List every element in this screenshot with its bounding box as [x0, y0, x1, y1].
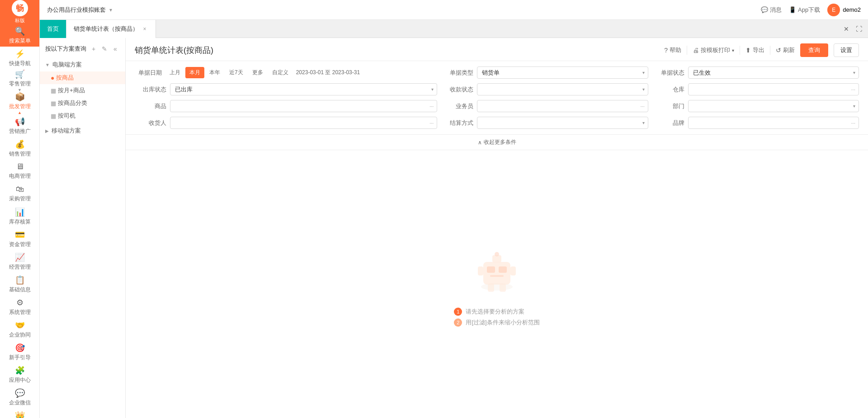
date-range-display: 2023-03-01 至 2023-03-31 [296, 69, 360, 76]
settlement-input[interactable] [477, 117, 648, 129]
sidebar-item-inventory[interactable]: 📊 库存核算 [0, 205, 39, 228]
payment-status-label: 收款状态 [446, 86, 473, 94]
warehouse-select-wrap: ··· [688, 83, 859, 95]
warehouse-input[interactable] [688, 83, 859, 95]
sidebar-item-marketing[interactable]: 📢 营销推广 [0, 114, 39, 137]
stock-status-select-wrap: ▾ [170, 83, 437, 95]
brand-input[interactable] [688, 117, 859, 129]
tree-item-by-driver-label: 按司机 [58, 112, 75, 120]
left-panel-title: 按以下方案查询 [45, 45, 86, 53]
tree-item-by-goods[interactable]: ● 按商品 [40, 71, 125, 84]
print-button[interactable]: 🖨 按模板打印 ▾ [693, 46, 734, 54]
app-logo[interactable]: 畅 标版 [0, 0, 39, 24]
goods-label: 商品 [135, 102, 166, 110]
sidebar-item-appstore[interactable]: 🧩 应用中心 [0, 363, 39, 386]
tab-sales-stats[interactable]: 销货单统计表（按商品） × [66, 20, 156, 38]
basic-icon: 📋 [15, 275, 25, 285]
divider1 [687, 46, 687, 55]
sidebar-item-retail-label: 零售管理 [9, 80, 31, 88]
tree-item-by-category[interactable]: ▦ 按商品分类 [40, 97, 125, 109]
settings-button[interactable]: 设置 [834, 43, 859, 57]
collapse-panel-button[interactable]: « [111, 44, 120, 53]
svg-rect-6 [510, 266, 516, 276]
bill-type-select-wrap: ▾ [477, 66, 648, 79]
empty-svg [470, 242, 524, 296]
tree-item-by-goods-label: 按商品 [56, 74, 74, 82]
salesperson-input[interactable] [477, 100, 648, 112]
date-tab-this-year[interactable]: 本年 [205, 67, 224, 78]
tree-section: ▼ 电脑端方案 ● 按商品 ▦ 按月+商品 ▦ 按商品分类 ▦ 按司 [40, 58, 125, 138]
sidebar-item-ecommerce[interactable]: 🖥 电商管理 [0, 160, 39, 182]
sidebar-item-finance[interactable]: 💳 资金管理 [0, 228, 39, 250]
date-tab-custom[interactable]: 自定义 [268, 67, 292, 78]
sidebar-item-search[interactable]: 🔍 搜索菜单 [0, 24, 39, 47]
sidebar-item-retail[interactable]: 🛒 零售管理 ▼ [0, 69, 39, 92]
tree-section-mobile[interactable]: ▶ 移动端方案 [40, 124, 125, 138]
app-download-button[interactable]: 📱 App下载 [789, 6, 820, 14]
ecommerce-icon: 🖥 [16, 162, 24, 171]
settlement-label: 结算方式 [446, 119, 473, 127]
download-icon: 📱 [789, 6, 796, 13]
page-header: 销货单统计表(按商品) ? 帮助 🖨 按模板打印 ▾ ⬆ [126, 38, 868, 61]
receiver-select-wrap: ··· [170, 117, 437, 129]
sidebar-item-member[interactable]: 👑 畅会员 [0, 408, 39, 418]
department-input[interactable] [688, 100, 859, 112]
filter-field-settlement: 结算方式 ▾ [446, 117, 648, 129]
tab-close-button[interactable]: × [141, 25, 148, 33]
edit-scheme-button[interactable]: ✎ [100, 44, 109, 53]
stock-status-label: 出库状态 [135, 86, 166, 94]
filter-field-payment-status: 收款状态 ▾ [446, 83, 648, 95]
help-button[interactable]: ? 帮助 [664, 46, 681, 54]
goods-select-wrap: ··· [170, 100, 437, 112]
query-button[interactable]: 查询 [800, 43, 828, 57]
goods-input[interactable] [170, 100, 437, 112]
sidebar-item-quick[interactable]: ⚡ 快捷导航 [0, 47, 39, 69]
sidebar-item-purchase[interactable]: 🛍 采购管理 [0, 182, 39, 205]
sidebar-item-basic[interactable]: 📋 基础信息 [0, 273, 39, 295]
sidebar-item-operations[interactable]: 📈 经营管理 [0, 250, 39, 273]
topbar-dropdown-icon[interactable]: ▾ [109, 7, 112, 13]
enterprise-icon: 🤝 [15, 320, 25, 330]
sidebar-item-system-label: 系统管理 [9, 309, 31, 316]
tabs-actions: ✕ ⛶ [841, 24, 868, 34]
tree-item-by-driver[interactable]: ▦ 按司机 [40, 109, 125, 122]
refresh-button[interactable]: ↺ 刷新 [776, 46, 795, 54]
content: 按以下方案查询 + ✎ « ▼ 电脑端方案 ● 按商品 ▦ [40, 38, 868, 418]
bill-status-input[interactable] [688, 66, 859, 79]
filter-field-salesperson: 业务员 ··· [446, 100, 648, 112]
sidebar-item-sales[interactable]: 💰 销售管理 [0, 137, 39, 160]
tab-close-window-button[interactable]: ✕ [841, 24, 852, 34]
left-panel: 按以下方案查询 + ✎ « ▼ 电脑端方案 ● 按商品 ▦ [40, 38, 126, 418]
help-label: 帮助 [670, 46, 681, 54]
receiver-input[interactable] [170, 117, 437, 129]
svg-rect-10 [500, 284, 506, 292]
sidebar-item-guide[interactable]: 🎯 新手引导 [0, 341, 39, 363]
bill-type-input[interactable] [477, 66, 648, 79]
message-button[interactable]: 💬 消息 [761, 6, 782, 14]
svg-rect-9 [488, 284, 494, 292]
warehouse-dots-icon: ··· [851, 87, 855, 92]
collapse-bar[interactable]: ∧ 收起更多条件 [126, 135, 868, 150]
date-tab-7days[interactable]: 近7天 [225, 67, 247, 78]
date-tab-last-month[interactable]: 上月 [165, 67, 184, 78]
sidebar-item-enterprise[interactable]: 🤝 企业协同 [0, 318, 39, 341]
user-profile[interactable]: E demo2 [827, 4, 861, 16]
date-tab-this-month[interactable]: 本月 [185, 67, 204, 78]
tab-maximize-button[interactable]: ⛶ [854, 24, 864, 34]
date-tab-more[interactable]: 更多 [248, 67, 267, 78]
sidebar-item-system[interactable]: ⚙ 系统管理 [0, 295, 39, 318]
tab-home[interactable]: 首页 [40, 20, 66, 38]
payment-status-input[interactable] [477, 83, 648, 95]
export-button[interactable]: ⬆ 导出 [745, 46, 764, 54]
quick-icon: ⚡ [15, 49, 25, 59]
sidebar-item-wechat[interactable]: 💬 企业微信 [0, 386, 39, 408]
sidebar-item-wholesale[interactable]: 📦 批发管理 ▲ [0, 92, 39, 114]
filter-field-brand: 品牌 ··· [657, 117, 859, 129]
tree-item-by-month-goods[interactable]: ▦ 按月+商品 [40, 84, 125, 97]
tree-section-desktop[interactable]: ▼ 电脑端方案 [40, 58, 125, 71]
add-scheme-button[interactable]: + [89, 44, 98, 53]
sidebar-item-finance-label: 资金管理 [9, 241, 31, 248]
stock-status-input[interactable] [170, 83, 437, 95]
filter-row-4: 收货人 ··· 结算方式 ▾ [135, 117, 859, 129]
date-group: 上月 本月 本年 近7天 更多 自定义 2023-03-01 至 2023-03… [165, 67, 437, 78]
